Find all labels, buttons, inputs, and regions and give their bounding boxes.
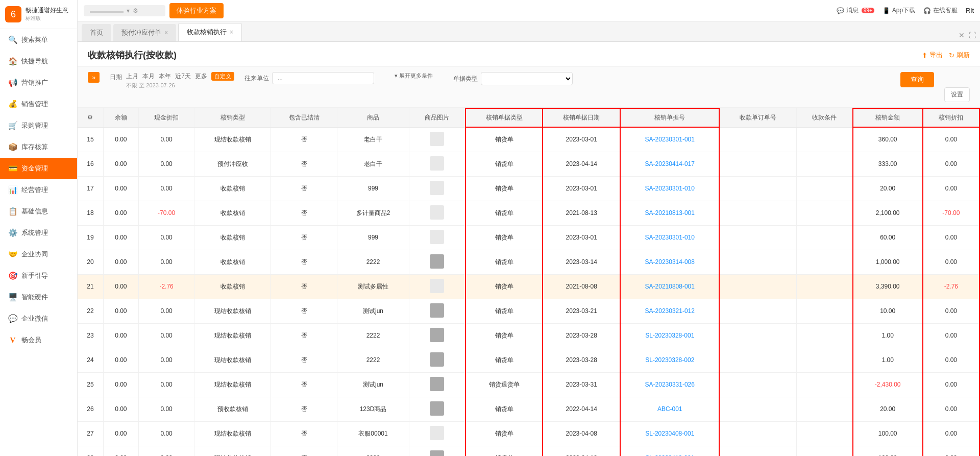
row-discount: 0.00	[923, 348, 979, 372]
row-doc-type: 销货单	[465, 446, 543, 456]
sidebar-item-system[interactable]: ⚙️ 系统管理	[0, 222, 77, 244]
row-condition	[796, 274, 852, 299]
row-number: 15	[78, 127, 103, 152]
table-row: 220.000.00现结收款核销否测试jun销货单2023-03-21SA-20…	[78, 299, 979, 323]
row-doc-no[interactable]: SA-20230414-017	[620, 152, 719, 176]
row-order-no	[719, 225, 796, 250]
row-amount: 333.00	[853, 152, 923, 176]
row-discount: 0.00	[923, 372, 979, 397]
partner-input[interactable]	[272, 72, 374, 84]
logo: 6 畅捷通谱好生意 标准版	[0, 0, 77, 29]
row-doc-no[interactable]: SA-20230301-010	[620, 176, 719, 201]
row-doc-no[interactable]: SA-20230301-001	[620, 127, 719, 152]
row-doc-no[interactable]: SL-20230408-001	[620, 421, 719, 446]
message-button[interactable]: 💬 消息 99+	[837, 6, 874, 15]
sidebar-item-operation[interactable]: 📊 经营管理	[0, 179, 77, 201]
sidebar-item-label: 库存核算	[21, 142, 48, 152]
row-product-img	[409, 299, 465, 323]
date-shortcut-this-year[interactable]: 本年	[159, 72, 171, 81]
table-row: 210.00-2.76收款核销否测试多属性销货单2021-08-08SA-202…	[78, 274, 979, 299]
row-doc-no[interactable]: SA-20230321-012	[620, 299, 719, 323]
home-icon: 🏠	[8, 57, 17, 66]
row-product: 多计量商品2	[337, 201, 409, 225]
th-settings[interactable]: ⚙	[78, 108, 103, 127]
date-custom-btn[interactable]: 自定义	[211, 72, 234, 81]
more-conditions-btn[interactable]: ▾ 展开更多条件	[395, 72, 433, 80]
date-shortcut-prev-month[interactable]: 上月	[126, 72, 138, 81]
row-doc-date: 2022-04-14	[543, 397, 620, 421]
row-doc-type: 销货单	[465, 176, 543, 201]
sidebar-item-collab[interactable]: 🤝 企业协同	[0, 244, 77, 265]
row-balance: 0.00	[103, 201, 138, 225]
date-shortcut-this-month[interactable]: 本月	[142, 72, 155, 81]
maximize-window-btn[interactable]: ⛶	[969, 31, 976, 39]
date-shortcut-7days[interactable]: 近7天	[175, 72, 191, 81]
row-doc-no[interactable]: SA-20230301-010	[620, 225, 719, 250]
row-type: 预付冲应收	[194, 152, 271, 176]
doc-type-select[interactable]	[481, 72, 573, 85]
query-button[interactable]: 查询	[900, 72, 934, 87]
row-order-no	[719, 397, 796, 421]
sidebar-item-sales[interactable]: 💰 销售管理	[0, 93, 77, 115]
tab-prepay[interactable]: 预付冲应付单 ×	[113, 24, 176, 41]
sidebar-item-finance[interactable]: 💳 资金管理	[0, 158, 77, 179]
filter-expand-btn[interactable]: »	[88, 72, 100, 83]
tab-bar: 首页 预付冲应付单 × 收款核销执行 × ✕ ⛶	[78, 21, 980, 42]
row-doc-no[interactable]: SA-20210808-001	[620, 274, 719, 299]
row-doc-no[interactable]: SL-20230328-001	[620, 323, 719, 348]
row-cash-discount: 0.00	[138, 250, 194, 274]
sidebar-item-hardware[interactable]: 🖥️ 智能硬件	[0, 286, 77, 308]
row-doc-date: 2023-03-01	[543, 127, 620, 152]
sidebar-item-inventory[interactable]: 📦 库存核算	[0, 136, 77, 158]
tab-prepay-close[interactable]: ×	[164, 29, 168, 36]
sidebar-item-wechat[interactable]: 💬 企业微信	[0, 308, 77, 329]
tab-collection[interactable]: 收款核销执行 ×	[178, 23, 242, 41]
message-label: 消息	[846, 6, 859, 15]
row-doc-no[interactable]: SL-20230418-001	[620, 446, 719, 456]
sidebar-item-basic[interactable]: 📋 基础信息	[0, 201, 77, 222]
tab-collection-close[interactable]: ×	[230, 29, 233, 36]
date-shortcut-more[interactable]: 更多	[195, 72, 207, 81]
sidebar-item-member[interactable]: V 畅会员	[0, 329, 77, 351]
row-doc-no[interactable]: SL-20230328-002	[620, 348, 719, 372]
row-doc-no[interactable]: SA-20230314-008	[620, 250, 719, 274]
row-settled: 否	[271, 274, 337, 299]
sidebar-item-guide[interactable]: 🎯 新手引导	[0, 265, 77, 286]
table-row: 180.00-70.00收款核销否多计量商品2销货单2021-08-13SA-2…	[78, 201, 979, 225]
row-cash-discount: 0.00	[138, 372, 194, 397]
row-doc-type: 销货单	[465, 421, 543, 446]
gear-icon[interactable]: ⚙	[133, 7, 138, 14]
setting-button[interactable]: 设置	[944, 87, 970, 102]
row-amount: 100.00	[853, 421, 923, 446]
sidebar-item-search[interactable]: 🔍 搜索菜单	[0, 29, 77, 51]
operation-icon: 📊	[8, 185, 17, 195]
sidebar-item-purchase[interactable]: 🛒 采购管理	[0, 115, 77, 136]
user-menu[interactable]: Rit	[966, 7, 974, 14]
sidebar-item-quick[interactable]: 🏠 快捷导航	[0, 51, 77, 72]
export-button[interactable]: ⬆ 导出	[922, 51, 943, 60]
row-condition	[796, 250, 852, 274]
row-number: 18	[78, 201, 103, 225]
service-button[interactable]: 🎧 在线客服	[923, 6, 958, 15]
row-product-img	[409, 127, 465, 152]
row-amount: 1.00	[853, 348, 923, 372]
message-badge: 99+	[862, 8, 874, 13]
close-window-btn[interactable]: ✕	[959, 31, 965, 39]
tab-home[interactable]: 首页	[82, 24, 111, 41]
app-download-button[interactable]: 📱 App下载	[883, 6, 915, 15]
row-product: 2222	[337, 446, 409, 456]
collab-icon: 🤝	[8, 250, 17, 259]
row-product-img	[409, 201, 465, 225]
refresh-button[interactable]: ↻ 刷新	[949, 51, 970, 60]
row-balance: 0.00	[103, 372, 138, 397]
row-doc-no[interactable]: SA-20230331-026	[620, 372, 719, 397]
solution-button[interactable]: 体验行业方案	[169, 3, 224, 18]
row-doc-no[interactable]: SA-20210813-001	[620, 201, 719, 225]
row-type: 现结收款核销	[194, 348, 271, 372]
product-image	[430, 230, 444, 244]
row-product-img	[409, 152, 465, 176]
wechat-icon: 💬	[8, 314, 17, 323]
row-discount: -70.00	[923, 201, 979, 225]
row-doc-no[interactable]: ABC-001	[620, 397, 719, 421]
sidebar-item-marketing[interactable]: 📢 营销推广	[0, 72, 77, 93]
